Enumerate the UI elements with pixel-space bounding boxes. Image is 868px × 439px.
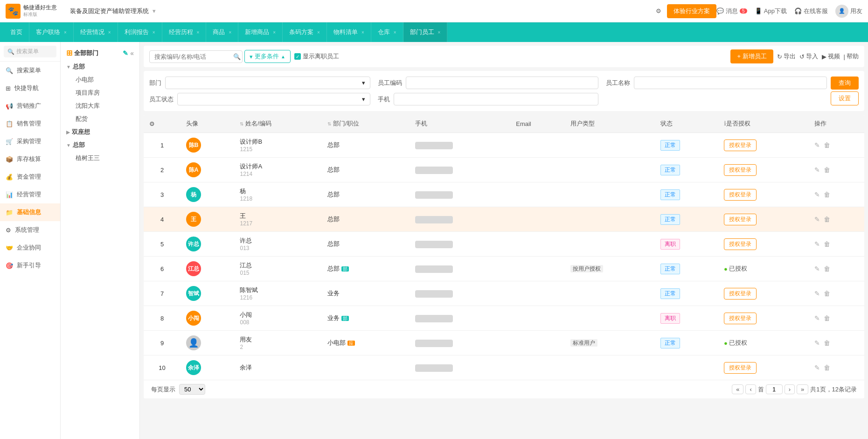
- auth-login-btn[interactable]: 授权登录: [724, 313, 757, 324]
- tree-node-配货[interactable]: 配货: [64, 112, 136, 125]
- nav-tab-部门员工[interactable]: 部门员工×: [403, 22, 448, 42]
- nav-tab-客户联络[interactable]: 客户联络×: [29, 22, 74, 42]
- sidebar-item-系统管理[interactable]: ⚙系统管理: [0, 221, 60, 239]
- sidebar-item-经营管理[interactable]: 📊经营管理: [0, 186, 60, 203]
- set-btn[interactable]: 设置: [831, 91, 859, 105]
- sidebar-item-采购管理[interactable]: 🛒采购管理: [0, 132, 60, 150]
- nav-tab-新增商品[interactable]: 新增商品×: [238, 22, 283, 42]
- auth-login-btn[interactable]: 授权登录: [724, 238, 757, 250]
- tab-close-icon[interactable]: ×: [317, 30, 320, 35]
- nav-tab-仓库[interactable]: 仓库×: [371, 22, 403, 42]
- delete-icon[interactable]: 🗑: [824, 364, 830, 371]
- tree-node-小电部[interactable]: 小电部: [64, 73, 136, 86]
- edit-icon[interactable]: ✎: [814, 216, 820, 223]
- tab-close-icon[interactable]: ×: [64, 30, 67, 35]
- sidebar-search[interactable]: 🔍 搜索菜单: [4, 46, 56, 57]
- sidebar-item-快捷导航[interactable]: ⊞快捷导航: [0, 79, 60, 97]
- app-download-btn[interactable]: 📱 App下载: [755, 7, 787, 15]
- delete-icon[interactable]: 🗑: [824, 216, 830, 223]
- add-employee-btn[interactable]: + 新增员工: [730, 49, 773, 63]
- tab-close-icon[interactable]: ×: [153, 30, 155, 35]
- edit-icon[interactable]: ✎: [814, 339, 820, 347]
- gear-icon[interactable]: ⚙: [656, 7, 661, 14]
- tree-node-总部[interactable]: ▼总部: [64, 60, 136, 73]
- emp-code-input[interactable]: [406, 77, 599, 89]
- sidebar-item-企业协同[interactable]: 🤝企业协同: [0, 239, 60, 257]
- edit-icon[interactable]: ✎: [814, 314, 820, 322]
- sidebar-item-资金管理[interactable]: 💰资金管理: [0, 168, 60, 186]
- tab-close-icon[interactable]: ×: [394, 30, 396, 35]
- edit-icon[interactable]: ✎: [814, 290, 820, 297]
- auth-login-btn[interactable]: 授权登录: [724, 189, 757, 201]
- first-page-btn[interactable]: «: [732, 384, 743, 394]
- show-resigned-toggle[interactable]: ✓ 显示离职员工: [294, 52, 339, 61]
- trial-button[interactable]: 体验行业方案: [667, 4, 716, 18]
- auth-login-btn[interactable]: 授权登录: [724, 288, 757, 300]
- delete-icon[interactable]: 🗑: [824, 240, 830, 248]
- tab-close-icon[interactable]: ×: [438, 30, 441, 35]
- search-input[interactable]: [149, 50, 243, 63]
- auth-login-btn[interactable]: 授权登录: [724, 164, 757, 176]
- tree-node-植树王三[interactable]: 植树王三: [64, 152, 136, 165]
- sidebar-item-库存核算[interactable]: 📦库存核算: [0, 150, 60, 168]
- delete-icon[interactable]: 🗑: [824, 141, 830, 149]
- filter-more-btn[interactable]: ▾ 更多条件 ▲: [244, 50, 291, 63]
- tree-node-项目库房[interactable]: 项目库房: [64, 86, 136, 99]
- online-service-btn[interactable]: 🎧 在线客服: [794, 7, 828, 15]
- nav-tab-商品[interactable]: 商品×: [206, 22, 238, 42]
- dept-select[interactable]: ▾: [165, 77, 370, 89]
- query-btn[interactable]: 查询: [831, 77, 859, 90]
- delete-icon[interactable]: 🗑: [824, 290, 830, 297]
- view-btn[interactable]: ▶ 视频: [822, 52, 840, 61]
- last-page-btn[interactable]: »: [797, 384, 808, 394]
- page-number-input[interactable]: [766, 384, 783, 394]
- search-btn-icon[interactable]: 🔍: [233, 53, 241, 60]
- tab-close-icon[interactable]: ×: [229, 30, 231, 35]
- import-btn[interactable]: ↺ 导入: [799, 52, 818, 61]
- user-menu[interactable]: 👤 用友: [835, 5, 862, 18]
- delete-icon[interactable]: 🗑: [824, 265, 830, 272]
- tab-close-icon[interactable]: ×: [197, 30, 200, 35]
- tree-node-总部[interactable]: ▼总部: [64, 139, 136, 152]
- tab-close-icon[interactable]: ×: [108, 30, 111, 35]
- nav-tab-利润报告[interactable]: 利润报告×: [118, 22, 162, 42]
- sidebar-item-销售管理[interactable]: 📋销售管理: [0, 115, 60, 132]
- edit-icon[interactable]: ✎: [814, 191, 820, 198]
- delete-icon[interactable]: 🗑: [824, 314, 830, 322]
- tree-node-双座想[interactable]: ▶双座想: [64, 125, 136, 139]
- tree-node-沈阳大库[interactable]: 沈阳大库: [64, 99, 136, 112]
- auth-login-btn[interactable]: 授权登录: [724, 214, 757, 225]
- edit-icon[interactable]: ✎: [814, 240, 820, 248]
- auth-login-btn[interactable]: 授权登录: [724, 362, 757, 374]
- tab-close-icon[interactable]: ×: [361, 30, 364, 35]
- export-btn[interactable]: ↻ 导出: [777, 52, 796, 61]
- edit-icon[interactable]: ✎: [814, 364, 820, 371]
- emp-status-select[interactable]: ▾: [177, 93, 370, 105]
- tree-collapse-icon[interactable]: «: [130, 49, 134, 57]
- message-btn[interactable]: 💬 消息 5: [716, 7, 747, 15]
- prev-page-btn[interactable]: ‹: [745, 384, 756, 394]
- next-page-btn[interactable]: ›: [785, 384, 795, 394]
- tab-close-icon[interactable]: ×: [273, 30, 276, 35]
- nav-tab-条码方案[interactable]: 条码方案×: [283, 22, 327, 42]
- sidebar-item-营销推广[interactable]: 📢营销推广: [0, 97, 60, 115]
- nav-tab-经营历程[interactable]: 经营历程×: [162, 22, 207, 42]
- delete-icon[interactable]: 🗑: [824, 166, 830, 174]
- edit-icon[interactable]: ✎: [814, 141, 820, 149]
- per-page-select[interactable]: 50 100: [179, 384, 205, 395]
- phone-input[interactable]: [394, 93, 599, 105]
- help-btn[interactable]: | 帮助: [844, 52, 859, 61]
- edit-icon[interactable]: ✎: [814, 166, 820, 174]
- edit-icon[interactable]: ✎: [814, 265, 820, 272]
- delete-icon[interactable]: 🗑: [824, 339, 830, 347]
- tree-edit-icon[interactable]: ✎: [123, 49, 128, 57]
- sidebar-item-搜索菜单[interactable]: 🔍搜索菜单: [0, 62, 60, 79]
- nav-tab-首页[interactable]: 首页: [4, 22, 29, 42]
- delete-icon[interactable]: 🗑: [824, 191, 830, 198]
- settings-btn[interactable]: ⚙: [656, 7, 661, 14]
- nav-tab-物料清单[interactable]: 物料清单×: [327, 22, 371, 42]
- emp-name-input[interactable]: [634, 77, 827, 89]
- sidebar-item-新手引导[interactable]: 🎯新手引导: [0, 257, 60, 274]
- sidebar-item-基础信息[interactable]: 📁基础信息: [0, 203, 60, 221]
- auth-login-btn[interactable]: 授权登录: [724, 139, 757, 151]
